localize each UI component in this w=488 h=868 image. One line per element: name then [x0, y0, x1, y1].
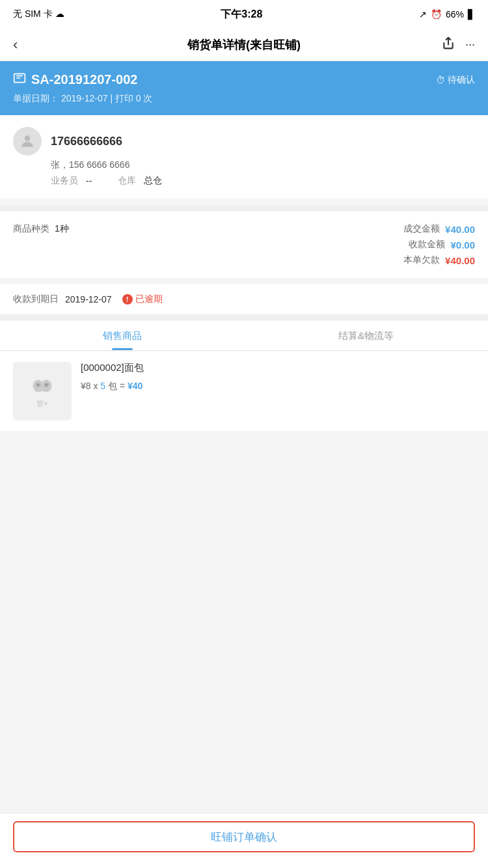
location-icon: ↗ — [419, 9, 427, 20]
amount-value-2: ¥40.00 — [445, 255, 475, 266]
amount-label-0: 成交金额 — [403, 223, 440, 235]
alarm-icon: ⏰ — [431, 9, 442, 20]
due-label: 收款到期日 — [13, 293, 59, 305]
warehouse-label: 仓库 — [118, 175, 136, 187]
order-icon — [13, 72, 26, 88]
summary-section: 商品种类 1种 成交金额 ¥40.00 收款金额 ¥0.00 本单欠款 ¥40.… — [0, 211, 488, 278]
product-info: [0000002]面包 ¥8 x 5 包 = ¥40 — [81, 362, 475, 392]
back-button[interactable]: ‹ — [13, 36, 18, 53]
product-price-row: ¥8 x 5 包 = ¥40 — [81, 381, 475, 392]
multiply-sign: x — [93, 381, 100, 391]
status-left: 无 SIM 卡 ☁ — [13, 8, 64, 20]
nav-right: ··· — [436, 36, 475, 53]
amount-row-2: 本单欠款 ¥40.00 — [403, 254, 475, 266]
confirm-button[interactable]: 旺铺订单确认 — [13, 821, 475, 852]
amount-value-1: ¥0.00 — [450, 239, 475, 251]
amount-label-2: 本单欠款 — [403, 254, 440, 266]
order-number: SA-20191207-002 — [31, 72, 137, 87]
overdue-icon: ! — [122, 294, 133, 305]
divider-2 — [0, 314, 488, 321]
order-date: 2019-12-07 — [61, 93, 108, 103]
product-thumb-icon: 管+ — [27, 374, 58, 409]
due-date-section: 收款到期日 2019-12-07 ! 已逾期 — [0, 284, 488, 314]
order-id: SA-20191207-002 — [13, 72, 137, 88]
confirm-button-label: 旺铺订单确认 — [211, 830, 277, 845]
summary-right: 成交金额 ¥40.00 收款金额 ¥0.00 本单欠款 ¥40.00 — [403, 223, 475, 266]
avatar — [13, 127, 42, 156]
brand-label: 管+ — [36, 399, 47, 409]
customer-detail: 张，156 6666 6666 — [51, 159, 475, 171]
status-time: 下午3:28 — [221, 8, 262, 21]
quantity: 5 — [100, 381, 105, 391]
tab-products-label: 销售商品 — [103, 330, 142, 341]
product-type-label: 商品种类 — [13, 223, 49, 235]
tab-settlement[interactable]: 结算&物流等 — [244, 321, 488, 350]
amount-label-1: 收款金额 — [409, 239, 445, 251]
amount-row-0: 成交金额 ¥40.00 — [403, 223, 475, 235]
product-type-item: 商品种类 1种 — [13, 223, 69, 235]
equals-sign: = — [120, 381, 128, 391]
order-meta: 单据日期： 2019-12-07 | 打印 0 次 — [13, 93, 475, 105]
tab-products[interactable]: 销售商品 — [0, 321, 244, 350]
tab-settlement-label: 结算&物流等 — [338, 330, 394, 341]
unit-price: ¥8 — [81, 381, 91, 391]
warehouse-group: 仓库 总仓 — [118, 175, 162, 187]
svg-point-2 — [25, 135, 31, 141]
summary-left: 商品种类 1种 — [13, 223, 69, 235]
bottom-bar: 旺铺订单确认 — [0, 813, 488, 868]
due-date-value: 2019-12-07 — [65, 294, 112, 305]
salesperson-label: 业务员 — [51, 175, 78, 187]
empty-area — [0, 431, 488, 561]
svg-point-7 — [37, 383, 40, 386]
amount-row-1: 收款金额 ¥0.00 — [409, 239, 475, 251]
product-name: [0000002]面包 — [81, 362, 475, 374]
status-text: 待确认 — [448, 74, 475, 86]
more-icon[interactable]: ··· — [465, 38, 475, 51]
status-bar: 无 SIM 卡 ☁ 下午3:28 ↗ ⏰ 66% ▋ — [0, 0, 488, 29]
svg-point-8 — [45, 383, 47, 386]
overdue-text: 已逾期 — [135, 293, 163, 305]
product-section: 管+ [0000002]面包 ¥8 x 5 包 = ¥40 — [0, 351, 488, 431]
date-label: 单据日期： — [13, 93, 59, 103]
customer-section: 17666666666 张，156 6666 6666 业务员 -- 仓库 总仓 — [0, 115, 488, 198]
product-thumbnail: 管+ — [13, 362, 72, 420]
status-badge: ⏱ 待确认 — [436, 74, 475, 86]
nav-bar: ‹ 销货单详情(来自旺铺) ··· — [0, 29, 488, 61]
customer-row: 17666666666 — [13, 127, 475, 156]
overdue-badge: ! 已逾期 — [122, 293, 163, 305]
divider-1 — [0, 205, 488, 211]
unit: 包 — [108, 381, 117, 391]
salesperson-value: -- — [86, 176, 92, 186]
warehouse-value: 总仓 — [144, 175, 162, 187]
share-icon[interactable] — [442, 36, 455, 53]
battery-icon: ▋ — [468, 9, 475, 20]
order-header-card: SA-20191207-002 ⏱ 待确认 单据日期： 2019-12-07 |… — [0, 61, 488, 115]
print-info: | 打印 0 次 — [110, 93, 152, 103]
amount-value-0: ¥40.00 — [445, 224, 475, 235]
salesperson-group: 业务员 -- — [51, 175, 92, 187]
status-right: ↗ ⏰ 66% ▋ — [419, 9, 475, 20]
product-item-0: 管+ [0000002]面包 ¥8 x 5 包 = ¥40 — [13, 362, 475, 420]
tabs: 销售商品 结算&物流等 — [0, 321, 488, 351]
page-title: 销货单详情(来自旺铺) — [52, 37, 436, 53]
clock-icon: ⏱ — [436, 75, 445, 85]
product-type-value: 1种 — [55, 223, 69, 235]
header-top: SA-20191207-002 ⏱ 待确认 — [13, 72, 475, 88]
summary-row: 商品种类 1种 成交金额 ¥40.00 收款金额 ¥0.00 本单欠款 ¥40.… — [13, 223, 475, 266]
nav-left: ‹ — [13, 36, 52, 53]
customer-phone: 17666666666 — [51, 135, 122, 148]
customer-info-row: 业务员 -- 仓库 总仓 — [51, 175, 475, 187]
battery-level: 66% — [446, 9, 464, 20]
total-price: ¥40 — [128, 381, 142, 391]
